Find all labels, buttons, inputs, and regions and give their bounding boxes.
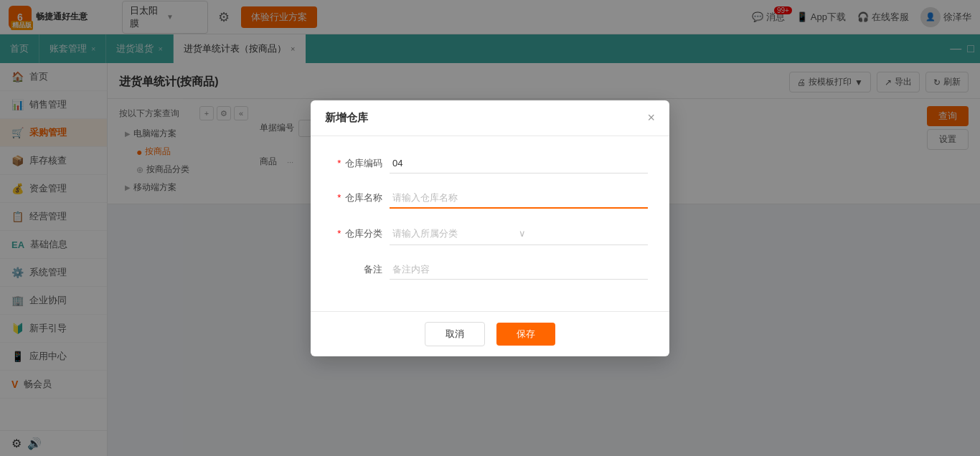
modal-overlay: 新增仓库 × * 仓库编码 * 仓库名称	[0, 0, 980, 456]
code-label-text: 仓库编码	[345, 158, 382, 168]
modal-body: * 仓库编码 * 仓库名称 * 仓库分类 请输入所属	[311, 136, 669, 311]
modal-header: 新增仓库 ×	[311, 100, 669, 136]
category-chevron-icon: ∨	[519, 228, 645, 239]
form-row-note: 备注	[332, 260, 648, 280]
modal-close-button[interactable]: ×	[647, 110, 655, 125]
form-row-category: * 仓库分类 请输入所属分类 ∨	[332, 223, 648, 245]
form-row-code: * 仓库编码	[332, 153, 648, 174]
category-label-text: 仓库分类	[345, 228, 382, 239]
required-star-name: *	[337, 192, 341, 203]
name-input[interactable]	[390, 188, 648, 209]
required-star-category: *	[337, 228, 341, 239]
new-warehouse-modal: 新增仓库 × * 仓库编码 * 仓库名称	[311, 100, 669, 356]
note-label-text: 备注	[364, 264, 382, 275]
category-select[interactable]: 请输入所属分类 ∨	[390, 223, 648, 245]
category-placeholder: 请输入所属分类	[392, 227, 519, 240]
code-input[interactable]	[390, 153, 648, 174]
note-input[interactable]	[390, 260, 648, 280]
name-label: * 仓库名称	[332, 191, 390, 204]
name-label-text: 仓库名称	[345, 192, 382, 203]
code-label: * 仓库编码	[332, 157, 390, 170]
required-star-code: *	[337, 158, 341, 168]
modal-footer: 取消 保存	[311, 311, 669, 356]
cancel-button[interactable]: 取消	[425, 322, 485, 346]
note-label: 备注	[332, 263, 390, 276]
save-button[interactable]: 保存	[496, 323, 555, 346]
modal-title: 新增仓库	[325, 111, 368, 125]
form-row-name: * 仓库名称	[332, 188, 648, 209]
category-label: * 仓库分类	[332, 227, 390, 240]
